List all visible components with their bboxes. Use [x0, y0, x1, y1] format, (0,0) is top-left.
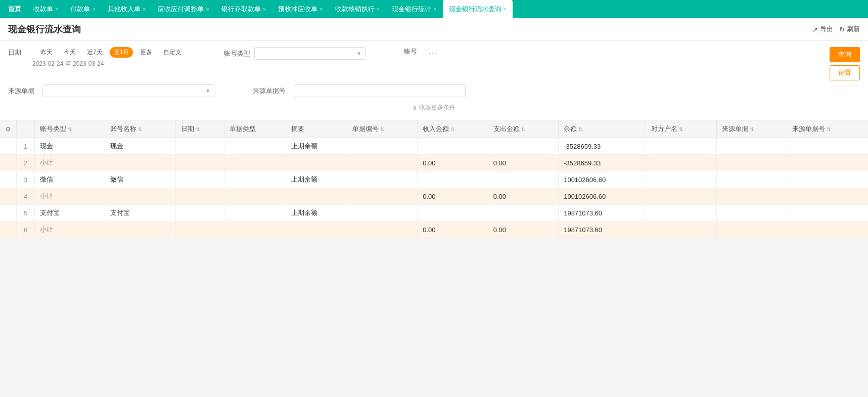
col-summary: 摘要 [286, 120, 347, 138]
close-advance-icon[interactable]: × [319, 0, 323, 18]
col-doc-type: 单据类型 [224, 120, 286, 138]
source-doc-chevron-icon: ▾ [206, 87, 210, 95]
col-source-doc[interactable]: 来源单据⇅ [716, 120, 787, 138]
source-doc-select[interactable]: ▾ [42, 84, 214, 97]
col-doc-no[interactable]: 单据编号⇅ [347, 120, 417, 138]
page-title: 现金银行流水查询 [8, 23, 81, 35]
data-table-container: ⚙ 账号类型⇅ 账号名称⇅ 日期⇅ 单据类型 摘要 单据编号⇅ 收入金 [0, 120, 868, 238]
sort-balance-icon: ⇅ [578, 126, 582, 132]
query-button[interactable]: 查询 [830, 47, 860, 62]
date-yesterday[interactable]: 昨天 [36, 47, 57, 58]
col-date[interactable]: 日期⇅ [175, 120, 224, 138]
close-cash-flow-icon[interactable]: × [504, 0, 507, 18]
sort-source-doc-icon: ⇅ [750, 126, 754, 132]
account-type-chevron-icon: ▾ [357, 50, 361, 57]
table-row: 5支付宝支付宝上期余额19871073.60 [0, 205, 868, 222]
sort-expense-icon: ⇅ [521, 126, 525, 132]
nav-cash-flow[interactable]: 现金银行流水查询 × [443, 0, 513, 18]
collapse-filters-button[interactable]: ∧ 收起更多条件 [8, 101, 860, 114]
table-row: 6小计0.000.0019871073.60 [0, 222, 868, 238]
refresh-button[interactable]: ↻ 刷新 [839, 25, 860, 34]
date-today[interactable]: 今天 [60, 47, 80, 58]
col-account-type[interactable]: 账号类型⇅ [35, 120, 105, 138]
sort-doc-no-icon: ⇅ [380, 126, 384, 132]
close-cash-stat-icon[interactable]: × [433, 0, 436, 18]
account-type-select[interactable]: ▾ [254, 47, 366, 60]
col-account-name[interactable]: 账号名称⇅ [105, 120, 175, 138]
nav-bank-deposit[interactable]: 银行存取款单 × [215, 0, 272, 18]
col-counterpart[interactable]: 对方户名⇅ [646, 120, 716, 138]
sort-account-name-icon: ⇅ [138, 126, 142, 132]
data-table: ⚙ 账号类型⇅ 账号名称⇅ 日期⇅ 单据类型 摘要 单据编号⇅ 收入金 [0, 120, 868, 238]
sort-counterpart-icon: ⇅ [679, 126, 683, 132]
account-more-dots[interactable]: ... [428, 47, 438, 56]
source-doc-no-label: 来源单据号 [253, 86, 286, 96]
nav-receipt[interactable]: 收款单 × [27, 0, 64, 18]
account-type-label: 账号类型 [224, 49, 250, 58]
date-1month[interactable]: 近1月 [110, 47, 133, 58]
date-label: 日期 [8, 48, 28, 57]
filter-area: 日期 昨天 今天 近7天 近1月 更多 自定义 2023-02-24 至 202… [0, 41, 868, 120]
col-num [17, 120, 35, 138]
table-body: 1现金现金上期余额-3528659.332小计0.000.00-3528659.… [0, 138, 868, 238]
nav-home[interactable]: 首页 [2, 0, 27, 18]
table-settings-icon[interactable]: ⚙ [5, 125, 11, 133]
top-navigation: 首页 收款单 × 付款单 × 其他收入单 × 应收应付调整单 × 银行存取款单 … [0, 0, 868, 18]
close-bank-deposit-icon[interactable]: × [263, 0, 266, 18]
source-doc-label: 来源单据 [8, 86, 34, 96]
header-actions: ↗ 导出 ↻ 刷新 [812, 25, 860, 34]
sort-date-icon: ⇅ [196, 126, 200, 132]
close-receipt-icon[interactable]: × [55, 0, 58, 18]
date-more[interactable]: 更多 [136, 47, 156, 58]
close-ar-ap-icon[interactable]: × [206, 0, 209, 18]
close-payment-icon[interactable]: × [92, 0, 95, 18]
close-other-income-icon[interactable]: × [143, 0, 146, 18]
nav-advance-offset[interactable]: 预收冲应收单 × [272, 0, 329, 18]
account-label: 账号 [404, 47, 424, 56]
close-writeoff-icon[interactable]: × [377, 0, 380, 18]
refresh-icon: ↻ [839, 26, 845, 33]
table-row: 2小计0.000.00-3528659.33 [0, 155, 868, 171]
date-range-display: 2023-02-24 至 2023-03-24 [32, 60, 104, 67]
col-expense[interactable]: 支出金额⇅ [488, 120, 558, 138]
table-row: 3微信微信上期余额100102606.60 [0, 171, 868, 188]
date-options: 昨天 今天 近7天 近1月 更多 自定义 [36, 47, 186, 58]
table-row: 4小计0.000.00100102606.60 [0, 188, 868, 205]
export-icon: ↗ [812, 26, 818, 33]
col-gear: ⚙ [0, 120, 17, 138]
nav-other-income[interactable]: 其他收入单 × [102, 0, 152, 18]
collapse-up-icon: ∧ [413, 104, 417, 111]
col-source-doc-no[interactable]: 来源单据号⇅ [787, 120, 868, 138]
settings-button[interactable]: 设置 [830, 65, 860, 80]
sort-account-type-icon: ⇅ [68, 126, 72, 132]
sort-income-icon: ⇅ [450, 126, 454, 132]
col-income[interactable]: 收入金额⇅ [418, 120, 488, 138]
nav-cash-stat[interactable]: 现金银行统计 × [386, 0, 442, 18]
table-header-row: ⚙ 账号类型⇅ 账号名称⇅ 日期⇅ 单据类型 摘要 单据编号⇅ 收入金 [0, 120, 868, 138]
sort-source-doc-no-icon: ⇅ [827, 126, 831, 132]
date-7days[interactable]: 近7天 [83, 47, 107, 58]
date-custom[interactable]: 自定义 [159, 47, 186, 58]
page-header: 现金银行流水查询 ↗ 导出 ↻ 刷新 [0, 18, 868, 41]
nav-writeoff[interactable]: 收款核销执行 × [329, 0, 386, 18]
table-row: 1现金现金上期余额-3528659.33 [0, 138, 868, 155]
source-doc-no-input[interactable] [294, 84, 466, 97]
nav-ar-ap-adjust[interactable]: 应收应付调整单 × [152, 0, 215, 18]
col-balance[interactable]: 余额⇅ [559, 120, 646, 138]
nav-payment[interactable]: 付款单 × [64, 0, 101, 18]
export-button[interactable]: ↗ 导出 [812, 25, 833, 34]
